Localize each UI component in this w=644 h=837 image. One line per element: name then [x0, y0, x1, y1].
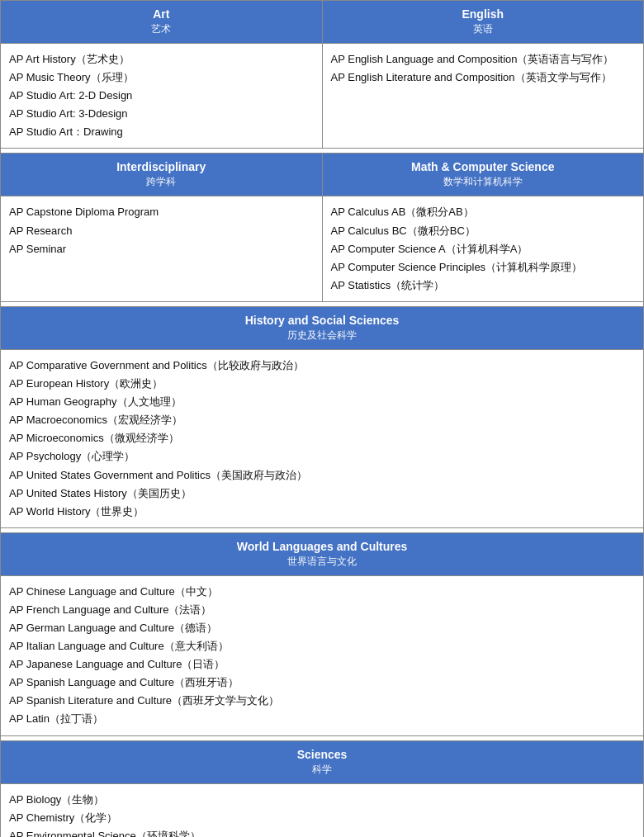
list-item: AP Latin（拉丁语）	[9, 710, 635, 728]
list-item: AP French Language and Culture（法语）	[9, 601, 635, 619]
list-item: AP Microeconomics（微观经济学）	[9, 429, 635, 447]
list-item: AP Studio Art：Drawing	[9, 123, 314, 141]
list-item: AP Art History（艺术史）	[9, 50, 314, 69]
sciences-title-en: Sciences	[6, 748, 638, 761]
history-title-zh: 历史及社会科学	[6, 329, 638, 343]
art-content: AP Art History（艺术史） AP Music Theory（乐理） …	[1, 44, 323, 149]
world-lang-header: World Languages and Cultures 世界语言与文化	[1, 532, 644, 575]
world-lang-content: AP Chinese Language and Culture（中文） AP F…	[1, 575, 644, 735]
list-item: AP English Language and Composition（英语语言…	[331, 50, 636, 69]
math-cs-title-zh: 数学和计算机科学	[328, 175, 639, 189]
art-title-en: Art	[6, 7, 317, 21]
english-content: AP English Language and Composition（英语语言…	[322, 44, 644, 149]
sciences-title-zh: 科学	[6, 763, 638, 777]
list-item: AP Environmental Science（环境科学）	[9, 827, 635, 837]
english-title-zh: 英语	[328, 22, 639, 36]
sciences-content: AP Biology（生物） AP Chemistry（化学） AP Envir…	[1, 783, 644, 837]
history-content: AP Comparative Government and Politics（比…	[1, 349, 644, 527]
list-item: AP Biology（生物）	[9, 791, 635, 809]
list-item: AP Seminar	[9, 240, 314, 258]
history-header: History and Social Sciences 历史及社会科学	[1, 306, 644, 349]
interdisciplinary-title-zh: 跨学科	[6, 175, 317, 189]
list-item: AP Statistics（统计学）	[331, 277, 636, 295]
list-item: AP English Literature and Composition（英语…	[331, 69, 636, 87]
list-item: AP Computer Science Principles（计算机科学原理）	[331, 258, 636, 277]
list-item: AP United States Government and Politics…	[9, 466, 635, 485]
interdisciplinary-header: Interdisciplinary 跨学科	[1, 154, 323, 196]
list-item: AP Studio Art: 2-D Design	[9, 87, 314, 105]
interdisciplinary-title-en: Interdisciplinary	[6, 160, 317, 173]
list-item: AP Japanese Language and Culture（日语）	[9, 655, 635, 674]
list-item: AP Chemistry（化学）	[9, 809, 635, 827]
list-item: AP Calculus BC（微积分BC）	[331, 222, 636, 240]
list-item: AP Music Theory（乐理）	[9, 69, 314, 87]
list-item: AP Italian Language and Culture（意大利语）	[9, 637, 635, 655]
history-title-en: History and Social Sciences	[6, 314, 638, 327]
interdisciplinary-content: AP Capstone Diploma Program AP Research …	[1, 196, 323, 301]
math-cs-title-en: Math & Computer Science	[328, 160, 639, 173]
list-item: AP Chinese Language and Culture（中文）	[9, 583, 635, 601]
list-item: AP Macroeconomics（宏观经济学）	[9, 411, 635, 429]
world-lang-title-en: World Languages and Cultures	[6, 540, 638, 553]
list-item: AP Research	[9, 222, 314, 240]
list-item: AP Human Geography（人文地理）	[9, 393, 635, 411]
world-lang-title-zh: 世界语言与文化	[6, 555, 638, 569]
sciences-header: Sciences 科学	[1, 740, 644, 783]
list-item: AP World History（世界史）	[9, 503, 635, 521]
list-item: AP United States History（美国历史）	[9, 485, 635, 503]
list-item: AP Studio Art: 3-Ddesign	[9, 105, 314, 123]
list-item: AP Computer Science A（计算机科学A）	[331, 240, 636, 258]
list-item: AP Capstone Diploma Program	[9, 203, 314, 221]
math-cs-content: AP Calculus AB（微积分AB） AP Calculus BC（微积分…	[322, 196, 644, 301]
list-item: AP Psychology（心理学）	[9, 447, 635, 466]
math-cs-header: Math & Computer Science 数学和计算机科学	[322, 154, 644, 196]
english-title-en: English	[328, 7, 639, 21]
art-header: Art 艺术	[1, 1, 323, 44]
art-title-zh: 艺术	[6, 22, 317, 36]
list-item: AP European History（欧洲史）	[9, 375, 635, 393]
list-item: AP German Language and Culture（德语）	[9, 619, 635, 637]
english-header: English 英语	[322, 1, 644, 44]
main-table: Art 艺术 English 英语 AP Art History（艺术史） AP…	[0, 0, 644, 837]
list-item: AP Calculus AB（微积分AB）	[331, 203, 636, 221]
list-item: AP Spanish Literature and Culture（西班牙文学与…	[9, 692, 635, 710]
list-item: AP Comparative Government and Politics（比…	[9, 357, 635, 375]
list-item: AP Spanish Language and Culture（西班牙语）	[9, 674, 635, 692]
